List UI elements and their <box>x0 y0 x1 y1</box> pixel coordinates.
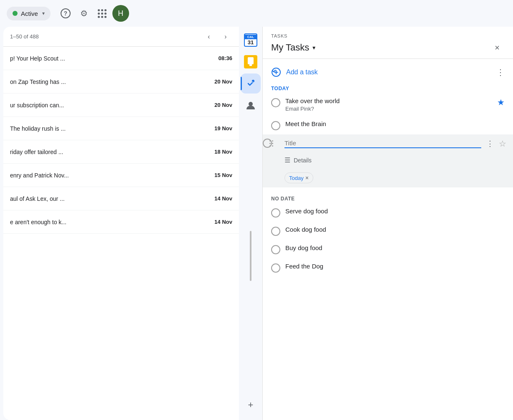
task-content-nd4: Feed the Dog <box>285 263 505 270</box>
task-content-nd1: Serve dog food <box>285 207 505 215</box>
task-checkbox-2[interactable] <box>271 121 280 130</box>
next-page-button[interactable]: › <box>219 30 232 43</box>
keep-icon <box>244 55 257 68</box>
active-status-pill[interactable]: Active ▾ <box>7 7 51 20</box>
active-status-dot <box>13 11 18 16</box>
task-content-nd3: Buy dog food <box>285 244 505 252</box>
email-panel: 1–50 of 488 ‹ › p! Your Help Scout ... 0… <box>3 27 239 420</box>
close-tasks-button[interactable]: × <box>490 40 505 55</box>
list-item[interactable]: on Zap Testing has ... 20 Nov <box>3 70 239 94</box>
tasks-app-button[interactable]: + <box>241 73 261 94</box>
calendar-icon: CAL 31 <box>244 33 257 47</box>
task-item-serve-dog: Serve dog food <box>263 203 513 222</box>
task-checkbox-nd4[interactable] <box>271 263 280 273</box>
help-icon: ? <box>61 8 71 18</box>
task-date-chip[interactable]: Today × <box>284 172 313 183</box>
remove-date-button[interactable]: × <box>305 175 309 181</box>
task-checkbox-nd1[interactable] <box>271 208 280 218</box>
list-item[interactable]: p! Your Help Scout ... 08:36 <box>3 47 239 70</box>
email-list: p! Your Help Scout ... 08:36 on Zap Test… <box>3 47 239 420</box>
user-avatar[interactable]: H <box>112 5 129 22</box>
main-area: 1–50 of 488 ‹ › p! Your Help Scout ... 0… <box>0 27 513 420</box>
grid-icon <box>98 9 107 18</box>
tasks-panel-label: TASKS <box>271 33 505 38</box>
task-item-take-over: Take over the world Email Pink? ★ <box>263 93 513 116</box>
task-title-2: Meet the Brain <box>285 120 326 127</box>
list-item[interactable]: ur subscription can... 20 Nov <box>3 94 239 117</box>
task-item-meet-brain: Meet the Brain <box>263 116 513 134</box>
help-button[interactable]: ? <box>57 5 74 22</box>
active-bar <box>241 77 242 90</box>
add-task-icon <box>271 67 281 77</box>
svg-point-5 <box>249 102 253 106</box>
close-icon: × <box>495 43 500 53</box>
task-checkbox-1[interactable] <box>271 98 280 107</box>
email-toolbar: 1–50 of 488 ‹ › <box>3 27 239 47</box>
top-bar-icons: ? ⚙ H <box>57 5 129 22</box>
list-item[interactable]: enry and Patrick Nov... 15 Nov <box>3 164 239 187</box>
svg-text:+: + <box>252 81 254 83</box>
list-item[interactable]: e aren't enough to k... 14 Nov <box>3 210 239 234</box>
active-chevron-icon: ▾ <box>42 10 45 16</box>
pagination-label: 1–50 of 488 <box>10 33 39 40</box>
tasks-header: TASKS My Tasks ▾ × <box>263 27 513 59</box>
details-lines-icon: ☰ <box>284 156 290 164</box>
keep-icon-svg <box>247 57 254 66</box>
task-title-input[interactable] <box>284 139 481 148</box>
list-item[interactable]: riday offer tailored ... 18 Nov <box>3 140 239 164</box>
plus-icon: + <box>248 400 254 410</box>
task-item-cook-dog: Cook dog food <box>263 222 513 240</box>
gear-icon: ⚙ <box>80 8 88 18</box>
task-subtitle-1: Email Pink? <box>285 106 492 112</box>
task-title-nd3: Buy dog food <box>285 244 322 251</box>
svg-rect-0 <box>248 57 254 64</box>
prev-page-button[interactable]: ‹ <box>202 30 216 43</box>
side-icons-bar: CAL 31 + <box>239 27 262 420</box>
my-tasks-dropdown[interactable]: My Tasks ▾ <box>271 42 315 53</box>
star-button-1[interactable]: ★ <box>497 97 505 107</box>
add-task-more-button[interactable]: ⋮ <box>496 67 505 77</box>
task-item-buy-dog: Buy dog food <box>263 240 513 258</box>
today-section-label: TODAY <box>263 82 513 93</box>
tasks-title-row: My Tasks ▾ × <box>271 40 505 55</box>
settings-button[interactable]: ⚙ <box>76 5 92 22</box>
add-task-row[interactable]: Add a task ⋮ <box>263 62 513 82</box>
list-item[interactable]: aul of Ask Lex, our ... 14 Nov <box>3 187 239 210</box>
nodate-section-label: NO DATE <box>263 192 513 203</box>
add-task-label: Add a task <box>286 68 318 76</box>
star-button-3[interactable]: ☆ <box>499 139 506 149</box>
task-content-nd2: Cook dog food <box>285 226 505 233</box>
details-label: Details <box>294 157 312 164</box>
scrollbar-indicator <box>250 231 251 281</box>
task-checkbox-nd2[interactable] <box>271 227 280 236</box>
svg-point-2 <box>245 78 256 89</box>
keep-app-button[interactable] <box>241 52 261 72</box>
task-checkbox-3[interactable] <box>263 139 272 148</box>
contacts-app-button[interactable] <box>241 95 261 115</box>
task-item-feed-dog: Feed the Dog <box>263 258 513 277</box>
task-title-1: Take over the world <box>285 97 340 104</box>
add-app-button[interactable]: + <box>242 397 259 413</box>
my-tasks-label: My Tasks <box>271 42 309 53</box>
scrollbar-area <box>250 117 251 395</box>
tasks-panel: TASKS My Tasks ▾ × <box>262 27 513 420</box>
tasks-icon: + <box>245 78 256 89</box>
top-bar: Active ▾ ? ⚙ H <box>0 0 513 27</box>
tasks-chevron-icon: ▾ <box>312 44 315 51</box>
date-chip-label: Today <box>289 175 304 181</box>
tasks-body: Add a task ⋮ TODAY Take over the world E… <box>263 59 513 420</box>
task-title-nd2: Cook dog food <box>285 226 326 233</box>
list-item[interactable]: The holiday rush is ... 19 Nov <box>3 117 239 140</box>
task-checkbox-nd3[interactable] <box>271 245 280 254</box>
task-content-2: Meet the Brain <box>285 120 505 128</box>
active-label: Active <box>21 10 38 17</box>
svg-rect-1 <box>249 64 252 66</box>
contacts-icon <box>245 99 256 111</box>
task-more-button[interactable]: ⋮ <box>486 139 494 148</box>
active-task-row: ⋮ ☆ <box>284 139 506 149</box>
apps-button[interactable] <box>94 5 111 22</box>
task-item-active: ⋮ ☆ ☰ Details Today × <box>263 134 513 187</box>
task-title-nd1: Serve dog food <box>285 207 328 215</box>
task-detail-row: ☰ Details <box>284 156 312 164</box>
calendar-app-button[interactable]: CAL 31 <box>241 30 261 50</box>
